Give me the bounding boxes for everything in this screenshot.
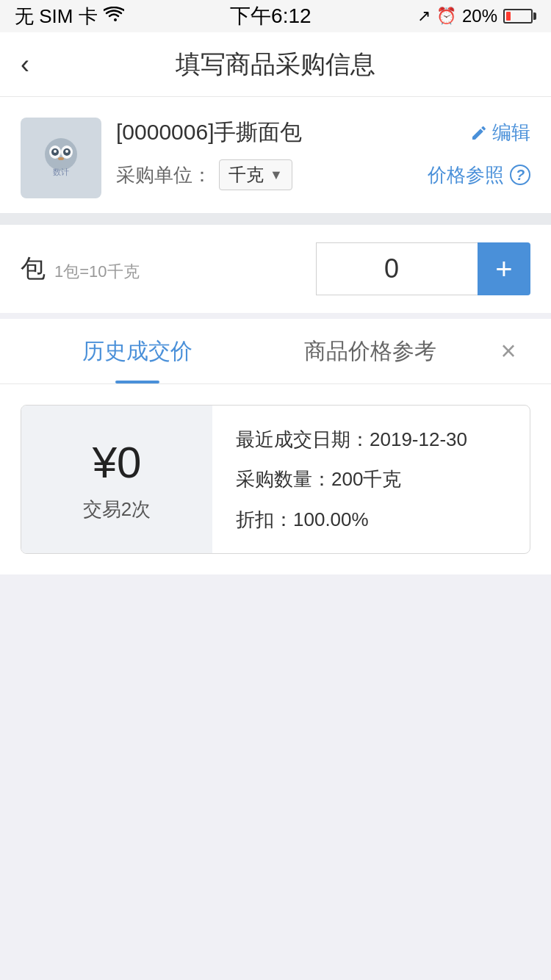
- page-title: 填写商品采购信息: [176, 48, 375, 82]
- product-section: 数计 [0000006]手撕面包 编辑 采购单位： 千克: [0, 97, 551, 213]
- chevron-down-icon: ▼: [270, 167, 283, 183]
- purchase-unit-label: 采购单位：: [116, 162, 212, 188]
- product-name-text: 手撕面包: [214, 120, 302, 144]
- bottom-space: [0, 574, 551, 980]
- product-info: [0000006]手撕面包 编辑 采购单位： 千克 ▼: [116, 118, 530, 190]
- wifi-icon: [104, 5, 124, 28]
- product-name: [0000006]手撕面包: [116, 118, 302, 148]
- battery-icon: [503, 9, 536, 24]
- quantity-plus-button[interactable]: +: [478, 242, 530, 295]
- price-card-left: ¥0 交易2次: [21, 406, 212, 553]
- history-price-content: ¥0 交易2次 最近成交日期：2019-12-30 采购数量：200千克 折扣：…: [0, 384, 551, 574]
- tab-product-price-ref[interactable]: 商品价格参考: [253, 319, 486, 383]
- unit-select[interactable]: 千克 ▼: [219, 159, 292, 190]
- product-id: [0000006]: [116, 120, 214, 144]
- svg-point-5: [54, 150, 57, 153]
- status-left: 无 SIM 卡: [15, 4, 124, 29]
- back-button[interactable]: ‹: [21, 49, 29, 80]
- battery-percent: 20%: [462, 6, 497, 26]
- price-card-right: 最近成交日期：2019-12-30 采购数量：200千克 折扣：100.00%: [212, 406, 530, 553]
- edit-icon: [470, 124, 488, 142]
- svg-point-6: [65, 150, 68, 153]
- quantity-convert-note: 1包=10千克: [54, 261, 140, 283]
- alarm-icon: ⏰: [436, 7, 456, 26]
- status-right: ↗ ⏰ 20%: [417, 6, 536, 26]
- page-header: ‹ 填写商品采购信息: [0, 32, 551, 97]
- price-card: ¥0 交易2次 最近成交日期：2019-12-30 采购数量：200千克 折扣：…: [21, 405, 530, 554]
- info-icon: ?: [510, 165, 530, 185]
- quantity-section: 包 1包=10千克 +: [0, 225, 551, 313]
- quantity-input[interactable]: [316, 242, 478, 295]
- date-row: 最近成交日期：2019-12-30: [236, 426, 506, 453]
- svg-text:数计: 数计: [53, 167, 69, 176]
- price-amount: ¥0: [93, 437, 142, 488]
- status-bar: 无 SIM 卡 下午6:12 ↗ ⏰ 20%: [0, 0, 551, 32]
- edit-button[interactable]: 编辑: [470, 120, 530, 145]
- tabs-section: 历史成交价 商品价格参考 × ¥0 交易2次 最近成交日期：2019-12-30…: [0, 319, 551, 574]
- tab-history-price[interactable]: 历史成交价: [21, 319, 253, 383]
- unit-value: 千克: [228, 163, 264, 187]
- quantity-row: 采购数量：200千克: [236, 466, 506, 492]
- location-icon: ↗: [417, 7, 431, 26]
- tabs-header: 历史成交价 商品价格参考 ×: [0, 319, 551, 384]
- product-thumbnail: 数计: [21, 118, 101, 198]
- section-divider: [0, 213, 551, 225]
- quantity-unit-label: 包: [21, 252, 46, 286]
- svg-point-7: [58, 157, 64, 160]
- product-logo: 数计: [35, 132, 87, 184]
- price-reference-button[interactable]: 价格参照 ?: [428, 162, 530, 188]
- tab-close-button[interactable]: ×: [486, 319, 530, 383]
- currency-symbol: ¥: [93, 438, 117, 487]
- status-time: 下午6:12: [230, 2, 311, 30]
- carrier-text: 无 SIM 卡: [15, 4, 98, 29]
- discount-row: 折扣：100.00%: [236, 506, 506, 533]
- quantity-input-group: +: [316, 242, 530, 295]
- trade-count: 交易2次: [83, 497, 151, 522]
- amount-value: 0: [117, 438, 141, 487]
